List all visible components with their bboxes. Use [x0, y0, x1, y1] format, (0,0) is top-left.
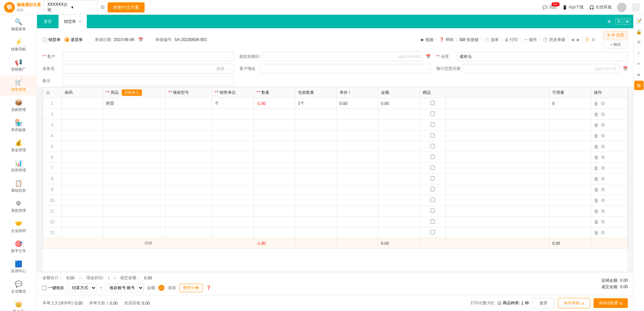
right-panel-star-btn[interactable]: ★ [634, 70, 644, 79]
cell-qty-1[interactable] [254, 109, 295, 120]
cell-desc-7[interactable] [446, 173, 550, 184]
cell-desc-2[interactable] [446, 120, 550, 130]
delete-row-btn[interactable]: 🗑 [594, 122, 599, 128]
cell-gift-1[interactable] [420, 109, 446, 120]
cell-gift-10[interactable] [420, 206, 446, 217]
cell-unit-5[interactable] [212, 152, 254, 163]
copy-row-btn[interactable]: ⧉ [601, 176, 605, 182]
cell-unit-3[interactable] [212, 130, 254, 141]
cell-gift-5[interactable] [420, 152, 446, 163]
cell-spec-5[interactable] [165, 152, 212, 163]
cell-pkgqty-8[interactable] [295, 184, 337, 195]
cell-barcode-10[interactable] [62, 206, 103, 217]
cell-qty-9[interactable] [254, 195, 295, 206]
cell-pkgqty-3[interactable] [295, 130, 337, 141]
cell-gift-12[interactable] [420, 227, 446, 238]
cell-qty-4[interactable] [254, 141, 295, 152]
cell-goods-1[interactable] [103, 109, 165, 120]
cell-qty-7[interactable] [254, 173, 295, 184]
copy-row-btn[interactable]: ⧉ [601, 122, 605, 128]
cell-qty-3[interactable] [254, 130, 295, 141]
cell-qty-0[interactable]: -1.00 [254, 98, 295, 109]
scan-btn[interactable]: 扫码录入 [122, 89, 142, 96]
cell-desc-5[interactable] [446, 152, 550, 163]
cell-desc-12[interactable] [446, 227, 550, 238]
cell-unit-4[interactable] [212, 141, 254, 152]
cell-goods-6[interactable] [103, 163, 165, 173]
sidebar-item-marketing[interactable]: 📢 营销推广 [0, 55, 37, 75]
user-avatar[interactable] [617, 3, 627, 12]
sidebar-item-inventory[interactable]: 🏪 库存核算 [0, 116, 37, 136]
cell-qty-2[interactable] [254, 120, 295, 130]
save-new-btn[interactable]: 保存&新增 ∧ [594, 298, 628, 308]
cell-price-1[interactable] [337, 109, 378, 120]
delete-row-btn[interactable]: 🗑 [594, 208, 599, 214]
cell-pkgqty-2[interactable] [295, 120, 337, 130]
app-download-btn[interactable]: 📱 App下载 [562, 4, 584, 10]
delete-row-btn[interactable]: 🗑 [594, 165, 599, 171]
cell-gift-6[interactable] [420, 163, 446, 173]
message-btn[interactable]: 💬 消息 99+ [542, 4, 557, 10]
abandon-btn[interactable]: 放弃 [532, 298, 555, 308]
cell-amount-11[interactable] [378, 217, 420, 227]
sidebar-item-basic[interactable]: 📋 基础信息 [0, 176, 37, 196]
right-panel-check-btn[interactable]: ✓ [634, 48, 644, 58]
copy-row-btn[interactable]: ⧉ [601, 187, 605, 192]
right-panel-note-btn[interactable]: 📝 [634, 16, 644, 26]
cell-spec-6[interactable] [165, 163, 212, 173]
cell-pkgqty-9[interactable] [295, 195, 337, 206]
cell-amount-3[interactable] [378, 130, 420, 141]
cell-amount-0[interactable]: 0.00 [378, 98, 420, 109]
cell-desc-11[interactable] [446, 217, 550, 227]
cell-goods-5[interactable] [103, 152, 165, 163]
cell-spec-12[interactable] [165, 227, 212, 238]
cell-spec-4[interactable] [165, 141, 212, 152]
sidebar-item-finance[interactable]: 💰 资金管理 [0, 136, 37, 156]
nav-next-icon[interactable]: ▶ [577, 37, 580, 42]
cell-barcode-12[interactable] [62, 227, 103, 238]
expense-split-btn[interactable]: 费用分摊 [179, 284, 203, 292]
view-list-icon[interactable]: ☰ [585, 37, 589, 42]
cell-pkgqty-0[interactable]: 1个 [295, 98, 337, 109]
cell-barcode-7[interactable] [62, 173, 103, 184]
sidebar-item-shortcut[interactable]: ⚡ 快捷导航 [0, 35, 37, 55]
cell-barcode-2[interactable] [62, 120, 103, 130]
toolbar-help-btn[interactable]: ❓ 帮助 [439, 37, 454, 43]
radio-return[interactable]: 退货单 [65, 37, 83, 43]
copy-row-btn[interactable]: ⧉ [601, 219, 605, 225]
cell-barcode-5[interactable] [62, 152, 103, 163]
cell-goods-4[interactable] [103, 141, 165, 152]
sidebar-item-member[interactable]: 👑 畅会员 [0, 297, 37, 311]
radio-sale[interactable]: 销货单 [42, 37, 61, 43]
cell-barcode-1[interactable] [62, 109, 103, 120]
right-panel-active-btn[interactable]: ⊞ [634, 81, 644, 90]
cell-desc-4[interactable] [446, 141, 550, 152]
cell-goods-9[interactable] [103, 195, 165, 206]
cell-price-8[interactable] [337, 184, 378, 195]
cell-amount-9[interactable] [378, 195, 420, 206]
cell-unit-0[interactable]: 个 [212, 98, 254, 109]
calendar-icon[interactable]: 📅 [138, 37, 143, 42]
toolbar-shortcut-btn[interactable]: ⌨ 快捷键 [459, 37, 479, 43]
copy-row-btn[interactable]: ⧉ [601, 230, 605, 235]
copy-row-btn[interactable]: ⧉ [601, 154, 605, 160]
sidebar-item-apps[interactable]: 🟦 应用中心 [0, 257, 37, 277]
right-panel-eye-btn[interactable]: 👁 [634, 38, 644, 47]
right-panel-lock-btn[interactable]: 🔒 [634, 27, 644, 36]
delete-row-btn[interactable]: 🗑 [594, 101, 599, 106]
cell-amount-4[interactable] [378, 141, 420, 152]
save-draft-btn[interactable]: 保存草稿 ∧ [558, 298, 590, 308]
cell-spec-0[interactable] [165, 98, 212, 109]
cell-price-6[interactable] [337, 163, 378, 173]
cell-goods-11[interactable] [103, 217, 165, 227]
toolbar-video-btn[interactable]: ▶ 视频 [421, 37, 433, 43]
cell-price-3[interactable] [337, 130, 378, 141]
one-click-checkbox[interactable] [42, 286, 47, 290]
cell-price-10[interactable] [337, 206, 378, 217]
sidebar-item-sales[interactable]: 🛒 销售管理 [0, 75, 37, 95]
cell-spec-10[interactable] [165, 206, 212, 217]
right-panel-edit-btn[interactable]: ✏ [634, 59, 644, 69]
cell-gift-2[interactable] [420, 120, 446, 130]
tab-close-btn[interactable]: × [79, 19, 81, 24]
cell-price-5[interactable] [337, 152, 378, 163]
